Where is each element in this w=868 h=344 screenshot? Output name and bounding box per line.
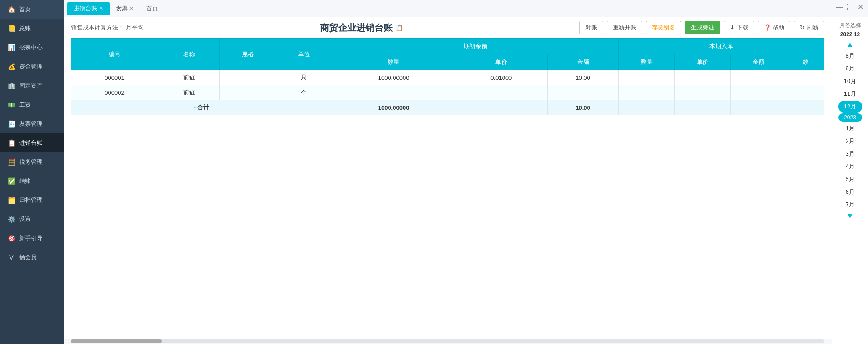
cell-in-price [674, 70, 730, 85]
sidebar-label-archive: 归档管理 [19, 196, 43, 204]
sidebar-item-funds[interactable]: 💰资金管理 [0, 57, 64, 76]
sidebar-item-salary[interactable]: 💵工资 [0, 95, 64, 114]
tab-label: 进销台账 [74, 5, 97, 13]
tab-进销台账[interactable]: 进销台账✕ [67, 2, 110, 15]
cell-qi-qty: 1000.00000 [332, 70, 455, 85]
cell-in-qty [619, 70, 674, 85]
cell-id: 000001 [71, 70, 158, 85]
month-5[interactable]: 5月 [838, 173, 862, 185]
download-button[interactable]: ⬇ 下载 [724, 21, 754, 34]
tab-close-进销台账[interactable]: ✕ [99, 5, 103, 11]
col-qi-qty: 数量 [332, 54, 455, 70]
edit-icon[interactable]: 📋 [395, 24, 403, 31]
cell-qi-amount: 10.00 [547, 70, 619, 85]
month-7[interactable]: 7月 [838, 199, 862, 211]
page-title-area: 商贸企业进销台账 📋 [320, 22, 403, 34]
month-12-active[interactable]: 12月 [838, 101, 862, 113]
page-title: 商贸企业进销台账 [320, 22, 393, 34]
cost-method-value: 月平均 [126, 24, 144, 31]
maximize-button[interactable]: ⛶ [847, 3, 854, 11]
cell-in-extra [787, 85, 824, 100]
reopen-button[interactable]: 重新开账 [607, 21, 642, 34]
sidebar-item-invoice-mgmt[interactable]: 🧾发票管理 [0, 114, 64, 133]
sidebar-item-checkout[interactable]: ✅结账 [0, 172, 64, 191]
close-button[interactable]: ✕ [858, 3, 863, 11]
tab-close-发票[interactable]: ✕ [130, 5, 134, 11]
cell-name: 前缸 [158, 85, 220, 100]
sidebar-label-guide: 新手引导 [19, 234, 43, 242]
sidebar-icon-settings: ⚙️ [7, 216, 15, 223]
table-row: 000002 前缸 个 [71, 85, 824, 100]
sidebar-item-assets[interactable]: 🏢固定资产 [0, 76, 64, 95]
cell-in-qty [619, 85, 674, 100]
sidebar-icon-purchase-sales: 📋 [7, 139, 15, 147]
sidebar-item-ledger[interactable]: 📒总账 [0, 19, 64, 38]
cell-qi-amount [547, 85, 619, 100]
sidebar: 🏠首页📒总账📊报表中心💰资金管理🏢固定资产💵工资🧾发票管理📋进销台账🧮税务管理✅… [0, 0, 64, 344]
sidebar-item-purchase-sales[interactable]: 📋进销台账 [0, 133, 64, 152]
tab-首页[interactable]: 首页 [140, 2, 165, 15]
generate-voucher-button[interactable]: 生成凭证 [685, 21, 720, 34]
sidebar-item-settings[interactable]: ⚙️设置 [0, 210, 64, 229]
sidebar-label-reports: 报表中心 [19, 44, 43, 52]
cell-id: 000002 [71, 85, 158, 100]
minimize-button[interactable]: — [836, 3, 843, 11]
month-scroll-up[interactable]: ▲ [838, 39, 862, 49]
month-6[interactable]: 6月 [838, 186, 862, 198]
col-spec: 规格 [220, 39, 276, 70]
month-8[interactable]: 8月 [838, 50, 862, 62]
period-initial-header: 期初余额 [332, 39, 618, 54]
month-panel-year-2022: 2022.12 [840, 30, 860, 39]
sidebar-label-checkout: 结账 [19, 177, 31, 185]
refresh-button[interactable]: ↻ 刷新 [794, 21, 824, 34]
sidebar-item-vip[interactable]: V畅会员 [0, 248, 64, 267]
month-10[interactable]: 10月 [838, 75, 862, 87]
month-1[interactable]: 1月 [838, 123, 862, 134]
sidebar-label-settings: 设置 [19, 215, 31, 223]
cost-method: 销售成本计算方法： 月平均 [71, 24, 144, 32]
sidebar-item-guide[interactable]: 🎯新手引导 [0, 229, 64, 248]
sidebar-label-invoice-mgmt: 发票管理 [19, 120, 43, 128]
cell-qi-qty [332, 85, 455, 100]
cell-in-amount [731, 85, 787, 100]
col-id: 编号 [71, 39, 158, 70]
sidebar-label-salary: 工资 [19, 101, 31, 109]
cell-unit: 个 [276, 85, 332, 100]
sidebar-icon-home: 🏠 [7, 6, 15, 13]
main-table: 编号 名称 规格 单位 期初余额 本期入库 数量 单价 金额 数量 [71, 38, 824, 115]
tab-bar: 进销台账✕发票✕首页 — ⛶ ✕ [64, 0, 868, 17]
help-button[interactable]: ❓ 帮助 [758, 21, 791, 34]
main-area: 进销台账✕发票✕首页 — ⛶ ✕ 销售成本计算方法： 月平均 商贸企业进销台账 … [64, 0, 868, 344]
sidebar-item-home[interactable]: 🏠首页 [0, 0, 64, 19]
cell-unit: 只 [276, 70, 332, 85]
cell-spec [220, 70, 276, 85]
sidebar-icon-salary: 💵 [7, 101, 15, 108]
month-11[interactable]: 11月 [838, 88, 862, 100]
reconcile-button[interactable]: 对账 [579, 21, 603, 34]
month-9[interactable]: 9月 [838, 63, 862, 74]
sidebar-item-tax[interactable]: 🧮税务管理 [0, 152, 64, 172]
total-in-qty [619, 100, 674, 115]
month-scroll-down[interactable]: ▼ [838, 211, 862, 221]
total-label: ▪ 合计 [71, 100, 332, 115]
toolbar-buttons: 对账 重新开账 存货别名 生成凭证 ⬇ 下载 ❓ 帮助 ↻ 刷新 [579, 21, 824, 34]
sidebar-label-vip: 畅会员 [19, 253, 37, 261]
month-4[interactable]: 4月 [838, 161, 862, 172]
sidebar-icon-vip: V [7, 254, 15, 261]
sidebar-label-assets: 固定资产 [19, 82, 43, 90]
cost-method-label: 销售成本计算方法： [71, 24, 124, 31]
sidebar-item-reports[interactable]: 📊报表中心 [0, 38, 64, 57]
cell-in-amount [731, 70, 787, 85]
cell-name: 前缸 [158, 70, 220, 85]
tab-发票[interactable]: 发票✕ [110, 2, 140, 15]
save-alias-button[interactable]: 存货别名 [646, 21, 681, 34]
scrollbar[interactable] [64, 339, 832, 344]
sidebar-label-funds: 资金管理 [19, 63, 43, 71]
month-3[interactable]: 3月 [838, 148, 862, 160]
sidebar-item-archive[interactable]: 🗂️归档管理 [0, 191, 64, 210]
col-in-amount: 金额 [731, 54, 787, 70]
sidebar-label-tax: 税务管理 [19, 158, 43, 166]
sidebar-icon-tax: 🧮 [7, 158, 15, 166]
month-2[interactable]: 2月 [838, 135, 862, 147]
total-qi-price [455, 100, 548, 115]
